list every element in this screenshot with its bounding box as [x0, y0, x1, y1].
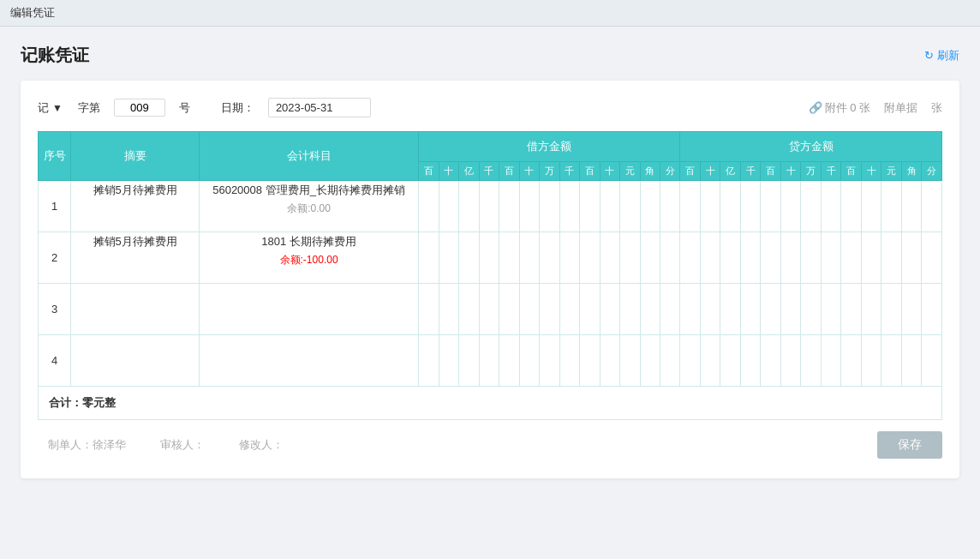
cell-amount-3-18[interactable] — [780, 335, 800, 387]
cell-amount-1-23[interactable] — [881, 232, 901, 284]
cell-amount-0-1[interactable] — [439, 181, 458, 232]
voucher-number-input[interactable] — [114, 99, 165, 117]
cell-account-3[interactable] — [199, 335, 418, 387]
cell-amount-1-11[interactable] — [640, 232, 660, 284]
refresh-button[interactable]: ↻ 刷新 — [924, 48, 959, 63]
cell-amount-1-17[interactable] — [761, 232, 780, 284]
cell-account-0[interactable]: 56020008 管理费用_长期待摊费用摊销余额:0.00 — [199, 181, 418, 232]
cell-amount-1-25[interactable] — [922, 232, 942, 284]
cell-amount-3-4[interactable] — [499, 335, 519, 387]
cell-amount-1-12[interactable] — [660, 232, 680, 284]
cell-amount-0-5[interactable] — [519, 181, 539, 232]
cell-amount-3-10[interactable] — [620, 335, 640, 387]
cell-amount-1-14[interactable] — [700, 232, 720, 284]
cell-amount-0-23[interactable] — [881, 181, 901, 232]
cell-amount-1-15[interactable] — [720, 232, 740, 284]
cell-amount-3-23[interactable] — [881, 335, 901, 387]
cell-amount-2-20[interactable] — [821, 284, 840, 335]
cell-amount-1-0[interactable] — [419, 232, 439, 284]
cell-amount-3-5[interactable] — [519, 335, 539, 387]
cell-amount-2-0[interactable] — [419, 284, 439, 335]
cell-amount-2-15[interactable] — [720, 284, 740, 335]
cell-amount-1-10[interactable] — [620, 232, 640, 284]
cell-amount-2-12[interactable] — [660, 284, 680, 335]
cell-amount-1-3[interactable] — [479, 232, 499, 284]
cell-amount-2-16[interactable] — [740, 284, 760, 335]
cell-amount-3-19[interactable] — [801, 335, 821, 387]
cell-amount-0-13[interactable] — [680, 181, 700, 232]
cell-amount-2-8[interactable] — [580, 284, 600, 335]
cell-amount-2-21[interactable] — [841, 284, 861, 335]
cell-account-2[interactable] — [199, 284, 418, 335]
date-input[interactable] — [268, 98, 371, 117]
cell-amount-0-12[interactable] — [660, 181, 680, 232]
cell-amount-1-13[interactable] — [680, 232, 700, 284]
cell-amount-3-11[interactable] — [640, 335, 660, 387]
cell-amount-0-14[interactable] — [700, 181, 720, 232]
save-button[interactable]: 保存 — [877, 431, 942, 459]
cell-amount-0-3[interactable] — [479, 181, 499, 232]
cell-amount-3-12[interactable] — [660, 335, 680, 387]
cell-amount-3-7[interactable] — [559, 335, 579, 387]
cell-amount-2-4[interactable] — [499, 284, 519, 335]
cell-amount-2-13[interactable] — [680, 284, 700, 335]
cell-amount-2-11[interactable] — [640, 284, 660, 335]
cell-amount-2-17[interactable] — [761, 284, 780, 335]
cell-amount-2-2[interactable] — [459, 284, 479, 335]
cell-amount-0-22[interactable] — [861, 181, 881, 232]
cell-summary-0[interactable]: 摊销5月待摊费用 — [71, 181, 199, 232]
cell-amount-1-8[interactable] — [580, 232, 600, 284]
cell-amount-0-18[interactable] — [780, 181, 800, 232]
cell-amount-3-2[interactable] — [459, 335, 479, 387]
cell-amount-2-7[interactable] — [559, 284, 579, 335]
cell-amount-3-24[interactable] — [901, 335, 921, 387]
cell-amount-3-13[interactable] — [680, 335, 700, 387]
cell-amount-1-18[interactable] — [780, 232, 800, 284]
cell-amount-3-8[interactable] — [580, 335, 600, 387]
cell-amount-2-10[interactable] — [620, 284, 640, 335]
cell-amount-3-15[interactable] — [720, 335, 740, 387]
cell-amount-0-2[interactable] — [459, 181, 479, 232]
cell-amount-1-7[interactable] — [559, 232, 579, 284]
cell-summary-2[interactable] — [71, 284, 199, 335]
cell-amount-1-20[interactable] — [821, 232, 840, 284]
cell-amount-2-24[interactable] — [901, 284, 921, 335]
cell-amount-2-3[interactable] — [479, 284, 499, 335]
cell-amount-1-2[interactable] — [459, 232, 479, 284]
cell-amount-3-20[interactable] — [821, 335, 840, 387]
cell-summary-1[interactable]: 摊销5月待摊费用 — [71, 232, 199, 284]
cell-amount-1-24[interactable] — [901, 232, 921, 284]
cell-amount-1-4[interactable] — [499, 232, 519, 284]
cell-amount-2-19[interactable] — [801, 284, 821, 335]
cell-amount-0-0[interactable] — [419, 181, 439, 232]
cell-amount-0-8[interactable] — [580, 181, 600, 232]
cell-amount-3-21[interactable] — [841, 335, 861, 387]
cell-amount-0-25[interactable] — [922, 181, 942, 232]
cell-amount-0-19[interactable] — [801, 181, 821, 232]
cell-amount-3-6[interactable] — [540, 335, 559, 387]
cell-amount-0-20[interactable] — [821, 181, 840, 232]
cell-amount-0-4[interactable] — [499, 181, 519, 232]
cell-amount-3-25[interactable] — [922, 335, 942, 387]
cell-amount-1-22[interactable] — [861, 232, 881, 284]
cell-amount-0-24[interactable] — [901, 181, 921, 232]
cell-amount-2-22[interactable] — [861, 284, 881, 335]
cell-amount-1-6[interactable] — [540, 232, 559, 284]
cell-amount-3-3[interactable] — [479, 335, 499, 387]
cell-amount-0-7[interactable] — [559, 181, 579, 232]
cell-amount-0-6[interactable] — [540, 181, 559, 232]
cell-amount-3-0[interactable] — [419, 335, 439, 387]
cell-amount-2-25[interactable] — [922, 284, 942, 335]
cell-amount-1-9[interactable] — [600, 232, 619, 284]
cell-amount-2-14[interactable] — [700, 284, 720, 335]
cell-amount-2-6[interactable] — [540, 284, 559, 335]
cell-amount-1-5[interactable] — [519, 232, 539, 284]
cell-amount-0-15[interactable] — [720, 181, 740, 232]
fujin-label[interactable]: 附单据 — [884, 100, 917, 116]
voucher-type-dropdown[interactable]: ▼ — [51, 102, 64, 114]
cell-amount-0-10[interactable] — [620, 181, 640, 232]
cell-amount-0-17[interactable] — [761, 181, 780, 232]
cell-amount-3-1[interactable] — [439, 335, 458, 387]
cell-amount-3-14[interactable] — [700, 335, 720, 387]
cell-account-1[interactable]: 1801 长期待摊费用余额:-100.00 — [199, 232, 418, 284]
